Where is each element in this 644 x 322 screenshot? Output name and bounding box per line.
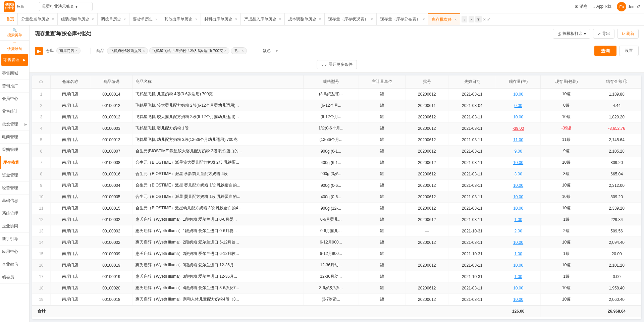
tab-kucunpici[interactable]: 库存批次账 ×: [428, 13, 460, 25]
cell-qty-main[interactable]: 0.00: [496, 100, 540, 111]
cell-qty-main[interactable]: 2.00: [496, 225, 540, 237]
sidebar-nav-btn[interactable]: ☰ 快捷导航: [0, 41, 29, 53]
tab-chenbenmonliao[interactable]: 成本调整单历史 ×: [285, 13, 325, 25]
close-icon[interactable]: ×: [156, 17, 158, 21]
remove-tag-icon[interactable]: ×: [75, 49, 77, 53]
sidebar-item-zijinguanli[interactable]: 资金管理: [0, 169, 29, 182]
cell-qty-main[interactable]: 10.00: [496, 157, 540, 168]
more-warehouse-btn[interactable]: ...: [82, 49, 85, 53]
tab-menu-btn[interactable]: ▾: [475, 16, 482, 22]
cell-qty-main[interactable]: 10.00: [496, 237, 540, 248]
cell-qty-main[interactable]: 1.00: [496, 271, 540, 282]
tab-diaobo[interactable]: 调拨单历史 ×: [98, 13, 129, 25]
export-btn[interactable]: ↗ 导出: [593, 29, 614, 39]
sidebar-item-lingshougaunli[interactable]: 零售管理 ▶: [1, 54, 28, 66]
refresh-btn[interactable]: ↻ 刷新: [617, 29, 639, 39]
user-avatar-btn[interactable]: Ea demo2: [617, 2, 640, 11]
tab-fenliangpandian[interactable]: 分量盘点单历史 ×: [18, 13, 58, 25]
tab-chanpinruku[interactable]: 产成品入库单历史 ×: [241, 13, 285, 25]
expand-more-btn[interactable]: ∨∨ 展开更多条件: [317, 60, 357, 69]
cell-qty-main[interactable]: 10.00: [496, 203, 540, 214]
cell-qty-main[interactable]: 10.00: [496, 88, 540, 100]
maximize-btn[interactable]: ⤢: [487, 17, 490, 22]
sidebar-item-xitongguanli[interactable]: 系统管理: [0, 207, 29, 220]
close-icon[interactable]: ×: [371, 17, 373, 21]
cell-qty-main[interactable]: 1.00: [496, 214, 540, 225]
row-number: 3: [32, 111, 50, 123]
goods-tag-fei[interactable]: 飞... ×: [231, 47, 247, 54]
tab-zuzhangchaijian[interactable]: 组装拆卸单历史 ×: [58, 13, 98, 25]
remove-tag-icon[interactable]: ×: [143, 49, 145, 53]
goods-tag-feihenaifensan[interactable]: 飞鹤奶粉3段两提装 ×: [107, 47, 148, 54]
tab-home[interactable]: 首页: [3, 13, 18, 25]
cell-qty-main[interactable]: -39.00: [496, 123, 540, 134]
cell-qty-main[interactable]: 10.00: [496, 260, 540, 271]
sidebar-item-jinglingguanli[interactable]: 经营管理: [0, 182, 29, 195]
sidebar-item-pifaguanli[interactable]: 批发管理 ▶: [0, 118, 29, 131]
sidebar-item-caigouguanli[interactable]: 采购管理: [0, 144, 29, 156]
tab-cailiaochu[interactable]: 材料出库单历史 ×: [201, 13, 241, 25]
sidebar-item-huiyuanzhongxin[interactable]: 会员中心: [0, 93, 29, 105]
more-goods-btn[interactable]: ...: [248, 49, 252, 53]
sidebar-item-kucunhesuan[interactable]: 库存核算: [0, 156, 29, 169]
color-dropdown-arrow[interactable]: ▾: [273, 48, 280, 54]
query-btn[interactable]: 查询: [594, 46, 616, 56]
close-icon[interactable]: ×: [52, 17, 54, 21]
close-icon[interactable]: ×: [319, 17, 321, 21]
tab-next-btn[interactable]: ›: [469, 16, 474, 22]
warehouse-tag-nananmendian[interactable]: 南岸门店 ×: [56, 47, 80, 54]
cell-name: 惠氏启醇（Wyeth illuma）2段奶粉 爱尔兰进口 6-12月较...: [133, 248, 303, 260]
goods-tag-feihexingfeihansi[interactable]: 飞鹤星飞帆 儿童奶粉 4段(3-6岁适用) 700克 ×: [149, 47, 229, 54]
sidebar-item-dianshangguanli[interactable]: 电商管理: [0, 131, 29, 144]
tab-xiancunliang-fenbu[interactable]: 现存量（库存分布表） ×: [377, 13, 429, 25]
settings-btn[interactable]: 设置: [619, 46, 639, 56]
message-btn[interactable]: ✉ 消息: [575, 4, 588, 9]
remove-tag-icon[interactable]: ×: [242, 49, 244, 53]
close-icon[interactable]: ×: [235, 17, 237, 21]
cell-qty-main[interactable]: 9.00: [496, 146, 540, 157]
cell-qty-main[interactable]: 1.00: [496, 248, 540, 260]
sidebar-item-xinshouyindao[interactable]: 新手引导: [0, 233, 29, 246]
remove-tag-icon[interactable]: ×: [224, 49, 226, 53]
app-download-btn[interactable]: ↓ App下载: [593, 4, 611, 9]
sidebar-item-yingyongzhongxin[interactable]: 应用中心: [0, 246, 29, 258]
settings-icon[interactable]: ⚙: [39, 79, 43, 85]
org-selector[interactable]: 母婴行业演示账套 ▾: [39, 2, 93, 11]
filter-expand-btn[interactable]: ▶: [35, 47, 43, 55]
cell-qty-main[interactable]: 3.00: [496, 168, 540, 180]
cell-qty-main[interactable]: 10.00: [496, 111, 540, 123]
cell-qty-main[interactable]: 10.00: [496, 294, 540, 306]
tab-prev-btn[interactable]: ‹: [462, 16, 467, 22]
close-all-tabs-btn[interactable]: ×: [483, 17, 486, 22]
sidebar-item-lingshoutongji[interactable]: 零售统计: [0, 105, 29, 118]
sidebar-item-qiyexietong[interactable]: 企业协同: [0, 220, 29, 233]
cell-qty-pkg: 10罐: [540, 180, 592, 191]
close-icon[interactable]: ×: [454, 18, 457, 21]
print-btn[interactable]: 🖨 按模板打印 ▾: [553, 29, 590, 39]
cell-code: 00100003: [90, 123, 133, 134]
inventory-table-container: ⚙ 仓库名称 商品编码 商品名称 规格型号 主计量单位 批号 失效日期 现存量(…: [32, 75, 641, 319]
col-settings[interactable]: ⚙: [32, 75, 50, 88]
sidebar-item-jichuixinxi[interactable]: 基础信息: [0, 195, 29, 207]
close-icon[interactable]: ×: [195, 17, 197, 21]
sidebar-item-changhyuanyuan[interactable]: 畅会员: [0, 271, 29, 284]
sidebar-item-qiyeweixin[interactable]: 企业微信: [0, 258, 29, 271]
close-icon[interactable]: ×: [279, 17, 281, 21]
cell-qty-main[interactable]: 10.00: [496, 191, 540, 203]
tab-yaohuo[interactable]: 要货单历史 ×: [129, 13, 161, 25]
close-icon[interactable]: ×: [92, 17, 94, 21]
col-warehouse: 仓库名称: [50, 75, 90, 88]
close-icon[interactable]: ×: [423, 17, 425, 21]
cell-warehouse: 南岸门店: [50, 214, 90, 225]
sidebar-item-lingshoushangcheng[interactable]: 零售商城: [0, 67, 29, 80]
tab-qitachuku[interactable]: 其他出库单历史 ×: [161, 13, 201, 25]
cell-name: 合生元（BIOSTIME）派星 婴儿配方奶粉 1段 乳铁蛋白的...: [133, 191, 303, 203]
cell-amount: 2,094.40: [592, 237, 641, 248]
sidebar-search-btn[interactable]: 🔍 搜索英单: [0, 25, 29, 41]
sidebar-item-yingxiaotuiguang[interactable]: 营销推广: [0, 80, 29, 93]
cell-qty-main[interactable]: 10.00: [496, 282, 540, 294]
cell-qty-main[interactable]: 10.00: [496, 180, 540, 191]
cell-qty-main[interactable]: 11.00: [496, 134, 540, 146]
tab-xiancunliang-kuandu[interactable]: 现存量（库存状况表） ×: [325, 13, 377, 25]
close-icon[interactable]: ×: [124, 17, 126, 21]
